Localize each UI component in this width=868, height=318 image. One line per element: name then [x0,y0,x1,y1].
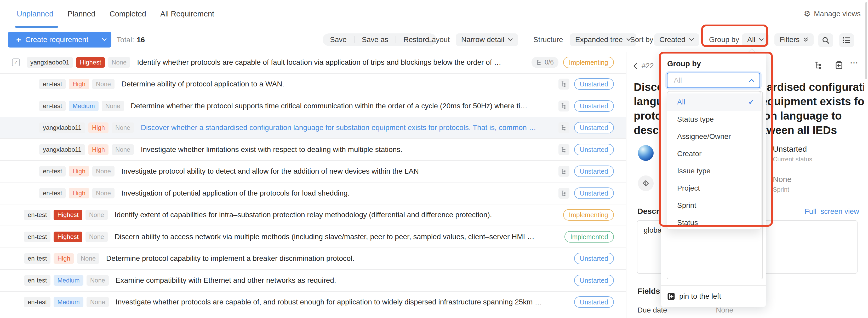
status-badge[interactable]: Unstarted [574,78,614,90]
create-requirement-label: Create requirement [25,36,88,44]
dropdown-option[interactable]: Sprint [667,197,761,214]
back-button[interactable] [633,62,638,71]
priority-badge: Medium [69,101,98,111]
chevron-down-icon [759,38,764,41]
create-requirement-button[interactable]: + Create requirement [8,32,112,47]
pin-left-icon [667,292,675,300]
project-tag: en-test [39,79,66,89]
group-by-select[interactable]: All [742,33,769,46]
tab-all-requirement[interactable]: All Requirement [160,0,214,28]
dropdown-option[interactable]: Creator [667,145,761,163]
status-badge[interactable]: Implementing [563,209,614,221]
table-row[interactable]: en-testHighNoneInvestigate protocol abil… [0,161,626,183]
project-tag: en-test [24,210,51,220]
display-settings-button[interactable] [839,33,854,47]
status-badge[interactable]: Unstarted [574,100,614,112]
table-row[interactable]: en-testHighestNoneIdentify extent of cap… [0,205,626,226]
priority-badge: High [88,122,108,133]
row-title: Identify extent of capabilities for intr… [115,211,559,219]
table-row[interactable]: en-testMediumNoneExamine compatibility w… [0,270,626,292]
sort-by-select[interactable]: Created [654,33,699,46]
dropdown-option[interactable]: Issue type [667,163,761,180]
double-chevron-down-icon [803,37,808,42]
group-by-label: Group by [709,33,739,46]
pin-to-left-button[interactable]: pin to the left [661,286,766,307]
tree-icon [561,103,567,109]
row-checkbox[interactable]: ✓ [12,59,20,66]
tree-icon [536,60,542,65]
table-row[interactable]: en-testHighNoneInvestigation of potentia… [0,182,626,205]
save-button[interactable]: Save [322,33,354,46]
dropdown-option[interactable]: Status type [667,111,761,128]
table-row[interactable]: en-testMediumNoneDetermine whether the p… [0,95,626,117]
dropdown-option[interactable]: All✓ [667,94,761,111]
manage-views-button[interactable]: ⚙ Manage views [804,0,861,28]
requirement-list: ✓yangxiaobo01HighestNoneIdentify whether… [0,52,626,318]
tree-button[interactable] [558,166,569,177]
priority-badge: High [69,79,89,89]
copy-button[interactable] [835,61,843,72]
fields-heading: Fields [638,287,660,295]
sprint-value[interactable]: None [773,175,792,184]
chevron-down-icon [689,38,694,41]
pin-to-left-label: pin to the left [679,292,721,301]
row-right-cluster: Unstarted [574,292,614,313]
save-as-button[interactable]: Save as [354,33,396,46]
none-badge: None [108,57,130,68]
tree-button[interactable] [558,122,569,133]
priority-badge: High [69,188,89,199]
due-date-value[interactable]: None [716,306,733,314]
status-badge[interactable]: Implemented [564,231,614,243]
vertical-scrollbar[interactable] [865,2,867,79]
filters-button[interactable]: Filters [774,33,814,46]
project-tag: yangxiaobo11 [39,144,85,155]
group-by-input[interactable]: All [667,73,760,88]
tree-button[interactable] [558,144,569,155]
project-tag: yangxiaobo01 [27,57,73,68]
status-badge[interactable]: Unstarted [574,144,614,155]
row-right-cluster: Unstarted [558,161,614,182]
hierarchy-view-button[interactable] [814,61,823,72]
status-value[interactable]: Unstarted [773,145,807,153]
tab-completed[interactable]: Completed [110,0,146,28]
table-row[interactable]: en-testHighNoneDetermine ability of prot… [0,74,626,96]
status-badge[interactable]: Unstarted [574,253,614,264]
subtask-count[interactable]: 0/6 [531,57,558,68]
search-button[interactable] [818,33,833,47]
row-title: Identify whether protocols are capable o… [137,58,559,67]
tree-button[interactable] [558,79,569,90]
status-badge[interactable]: Implementing [563,57,614,68]
table-row[interactable]: en-testHighestNoneDiscern ability to acc… [0,226,626,248]
row-title[interactable]: Discover whether a standardised configur… [141,123,559,132]
dropdown-option[interactable]: Status [667,214,761,230]
table-row[interactable]: ✓yangxiaobo01HighestNoneIdentify whether… [0,52,626,74]
project-tag: en-test [39,166,66,176]
none-badge: None [92,166,115,176]
dropdown-option[interactable]: Assignee/Owner [667,128,761,145]
tree-icon [561,81,567,87]
status-badge[interactable]: Unstarted [574,187,614,199]
status-badge[interactable]: Unstarted [574,296,614,308]
status-badge[interactable]: Unstarted [574,275,614,286]
table-row[interactable]: yangxiaobo11HighNoneDiscover whether a s… [0,117,626,139]
tree-button[interactable] [558,101,569,111]
row-title: Determine whether the protocol supports … [131,102,559,110]
status-badge[interactable]: Unstarted [574,122,614,133]
layout-select[interactable]: Narrow detail [456,33,518,46]
table-row[interactable]: en-testHighNoneDetermine protocol capabi… [0,248,626,270]
table-row[interactable]: en-testMediumNoneInvestigate whether pro… [0,292,626,314]
status-badge[interactable]: Unstarted [574,166,614,177]
table-row[interactable]: yangxiaobo11HighNoneInvestigate whether … [0,139,626,161]
tree-button[interactable] [558,188,569,199]
tab-planned[interactable]: Planned [67,0,95,28]
clipboard-icon [835,61,843,69]
create-requirement-dropdown[interactable] [97,32,112,47]
none-badge: None [86,232,108,242]
dropdown-option[interactable]: Project [667,180,761,197]
tab-unplanned[interactable]: Unplanned [17,0,53,28]
structure-select[interactable]: Expanded tree [570,33,637,46]
fullscreen-view-link[interactable]: Full–screen view [804,207,859,216]
gear-icon: ⚙ [804,10,811,18]
priority-badge: High [88,144,108,155]
more-button[interactable]: ··· [850,59,859,67]
